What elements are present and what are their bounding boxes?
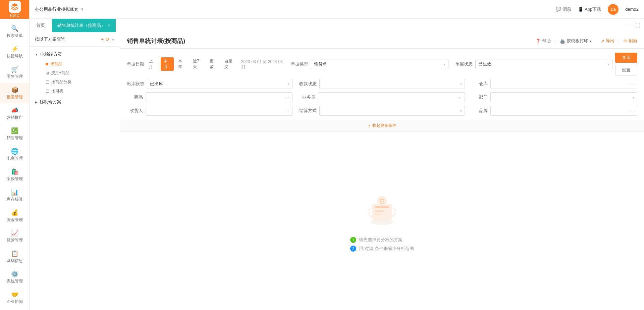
system-icon: ⚙️ [11, 270, 18, 278]
receiver-input[interactable]: ··· [146, 106, 292, 116]
print-icon: 🖨️ [560, 39, 565, 44]
doc-status-input[interactable]: 已生效 ▾ [475, 59, 612, 69]
date-last-7days[interactable]: 近7天 [190, 57, 205, 71]
tab-maximize-icon[interactable]: ⛶ [634, 21, 641, 30]
sidebar-item-label: 经营管理 [7, 238, 23, 243]
sidebar-item-purchase[interactable]: 🛍️ 采购管理 [0, 165, 29, 185]
step-1-num: 1 [350, 237, 356, 243]
inventory-icon: 📊 [11, 189, 18, 196]
print-button[interactable]: 🖨️ 按模板打印 ▾ [560, 38, 591, 44]
message-button[interactable]: 💬 消息 [556, 6, 571, 12]
sidebar-item-system[interactable]: ⚙️ 系统管理 [0, 267, 29, 288]
filter-row-1: 单据日期 上月 本月 本年 近7天 更多 自定义 2023-03-01 至 20… [127, 53, 637, 75]
settlement-input[interactable]: ▾ [319, 106, 465, 116]
title-actions: ❓ 帮助 | 🖨️ 按模板打印 ▾ | ↗ 导出 | [535, 38, 637, 44]
tree-item-by-cashier[interactable]: ☰ 按司机 [34, 87, 120, 96]
export-icon: ↗ [601, 39, 604, 44]
tree-item-label: 按月+商品 [51, 70, 69, 76]
date-this-year[interactable]: 本年 [175, 57, 189, 71]
department-input[interactable]: ▾ [490, 92, 637, 102]
empty-illustration [362, 190, 402, 237]
date-custom[interactable]: 自定义 [221, 57, 238, 71]
salesperson-input[interactable]: ··· [318, 92, 465, 102]
sidebar-item-search[interactable]: 🔍 搜索菜单 [0, 21, 29, 42]
filter-settlement: 结算方式 ▾ [299, 106, 465, 116]
brand-input[interactable]: ··· [490, 106, 637, 116]
help-button[interactable]: ❓ 帮助 [535, 38, 551, 44]
warehouse-status-value: 已出库 [150, 81, 163, 87]
doc-status-label: 单据状态 [455, 61, 475, 67]
tree-item-by-month-product[interactable]: ⊞ 按月+商品 [34, 68, 120, 78]
header-left: 办公用品行业模拟账套 ▾ [35, 6, 84, 12]
tree-expand-icon2: ▶ [35, 100, 38, 104]
add-scheme-button[interactable]: + [101, 37, 104, 42]
avatar-initial: Ea [611, 7, 616, 12]
export-button[interactable]: ↗ 导出 [601, 38, 614, 44]
basic-icon: 📋 [11, 250, 18, 257]
refresh-scheme-icon[interactable]: ⟳ [106, 37, 110, 42]
warehouse-status-label: 出库状态 [127, 81, 147, 87]
refresh-button[interactable]: ⟳ 刷新 [624, 38, 637, 44]
query-button[interactable]: 查询 [615, 53, 637, 63]
filter-warehouse: 仓库 ··· [472, 79, 637, 89]
warehouse-dots-icon: ··· [630, 82, 634, 86]
date-this-month[interactable]: 本月 [161, 57, 174, 71]
tab-home[interactable]: 首页 [30, 19, 52, 32]
tree-item-label: 按商品分类 [51, 79, 71, 85]
empty-step-1: 1 请先选择要分析的方案 [350, 237, 414, 243]
collapse-row[interactable]: ∧ 收起更多条件 [120, 120, 644, 132]
sidebar-item-finance[interactable]: 💰 资金管理 [0, 206, 29, 226]
tree-item-by-category[interactable]: ☰ 按商品分类 [34, 78, 120, 87]
settings-button[interactable]: 设置 [615, 65, 637, 75]
divider2: | [595, 39, 596, 44]
sidebar-item-enterprise[interactable]: 🤝 企业协同 [0, 288, 29, 308]
tab-active[interactable]: 销售单统计表（按商品） × [52, 19, 116, 32]
tree-item-by-product[interactable]: 按商品 [34, 59, 120, 68]
collapse-label: 收起更多条件 [372, 123, 396, 128]
tab-minimize-icon[interactable]: — [624, 21, 631, 30]
sidebar-item-label: 资金管理 [7, 217, 23, 223]
logo-text: 标题页 [10, 13, 20, 18]
warehouse-status-input[interactable]: 已出库 ▾ [147, 79, 292, 89]
tree-mobile-group[interactable]: ▶ 移动端方案 [30, 97, 120, 107]
avatar[interactable]: Ea [608, 4, 619, 15]
quick-nav-icon: ⚡ [11, 45, 18, 53]
sidebar-item-inventory[interactable]: 📊 库存核算 [0, 185, 29, 206]
sidebar-item-ecom[interactable]: 🌐 电商管理 [0, 144, 29, 165]
tree-group-label: 电脑端方案 [40, 51, 62, 57]
sidebar-item-wholesale[interactable]: 📦 批发管理 [0, 83, 29, 103]
step-1-label: 请先选择要分析的方案 [359, 237, 402, 243]
print-dropdown-icon[interactable]: ▾ [590, 39, 591, 43]
department-dropdown-icon: ▾ [633, 96, 634, 99]
message-icon: 💬 [556, 7, 561, 12]
tree-item-label: 按司机 [51, 88, 63, 94]
receiver-label: 收货人 [127, 108, 146, 114]
warehouse-input[interactable]: ··· [490, 79, 637, 89]
sidebar-item-basic[interactable]: 📋 基础信息 [0, 247, 29, 267]
tree-desktop-group[interactable]: ▼ 电脑端方案 [30, 49, 120, 59]
date-last-month[interactable]: 上月 [146, 57, 159, 71]
product-input[interactable]: ··· [146, 92, 292, 102]
collapse-panel-icon[interactable]: « [112, 37, 114, 42]
payment-status-input[interactable]: ▾ [319, 79, 465, 89]
phone-icon: 📱 [578, 7, 583, 12]
search-icon: 🔍 [11, 25, 18, 32]
wholesale-icon: 📦 [11, 86, 18, 94]
industry-dropdown-icon[interactable]: ▾ [81, 7, 84, 12]
tab-close-icon[interactable]: × [108, 23, 110, 28]
collapse-button[interactable]: ∧ 收起更多条件 [368, 123, 396, 128]
sidebar-item-quick-nav[interactable]: ⚡ 快捷导航 [0, 42, 29, 62]
filter-row-3: 商品 ··· 业务员 ··· [127, 92, 637, 102]
sidebar-item-operations[interactable]: 📈 经营管理 [0, 226, 29, 247]
list2-icon: ☰ [46, 89, 49, 94]
sidebar-item-retail[interactable]: 🛒 零售管理 [0, 62, 29, 83]
doc-type-input[interactable]: 销货单 ▾ [311, 59, 448, 69]
sidebar-item-guide[interactable]: 🎯 新手引导 [0, 308, 29, 310]
filter-department: 部门 ▾ [472, 92, 637, 102]
refresh-icon: ⟳ [624, 39, 627, 44]
empty-state: 1 请先选择要分析的方案 2 用[过滤]条件来缩小分析范围 [120, 132, 644, 310]
sidebar-item-sales[interactable]: 💹 销售管理 [0, 124, 29, 144]
sidebar-item-marketing[interactable]: 📣 营销推广 [0, 103, 29, 124]
app-download-button[interactable]: 📱 App下载 [578, 6, 601, 12]
date-more[interactable]: 更多 [207, 57, 220, 71]
